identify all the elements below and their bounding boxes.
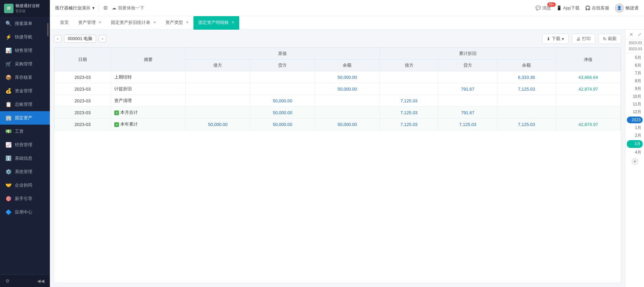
- tab-depreciation-stats-close[interactable]: ✕: [153, 20, 156, 25]
- sidebar-item-inventory[interactable]: 📦 库存核算: [0, 71, 50, 84]
- sidebar-item-enterprise[interactable]: 🤝 企业协同: [0, 179, 50, 192]
- table-cell: 43,666.64: [556, 71, 620, 83]
- sidebar-item-guide[interactable]: 🎯 新手引导: [0, 192, 50, 205]
- timeline-month-10[interactable]: 10月: [625, 93, 644, 100]
- table-cell: [379, 71, 438, 83]
- settings-icon[interactable]: ⚙: [103, 5, 108, 11]
- sidebar-item-quick-nav[interactable]: ⚡ 快捷导航: [0, 30, 50, 44]
- sidebar-item-system[interactable]: ⚙️ 系统管理: [0, 165, 50, 179]
- print-icon: 🖨: [576, 36, 581, 41]
- download-icon: 📱: [556, 5, 562, 10]
- gear-icon: ⚙️: [5, 169, 11, 175]
- table-cell: 7,125.03: [438, 119, 497, 130]
- table-cell: 7,125.03: [379, 95, 438, 107]
- sidebar-item-operations[interactable]: 📈 经营管理: [0, 138, 50, 152]
- table-cell: 2023-03: [55, 107, 111, 119]
- guide-icon: 🎯: [5, 196, 11, 202]
- logo-text-group: 畅捷通好业财 普及版: [16, 3, 40, 13]
- month-label: 2月: [635, 133, 641, 138]
- user-profile[interactable]: 👤 畅捷通: [615, 3, 639, 13]
- timeline-month-9[interactable]: 9月: [625, 85, 644, 93]
- col-dep-balance: 余额: [497, 60, 556, 71]
- sidebar-item-ledger[interactable]: 📋 总账管理: [0, 98, 50, 111]
- avatar: 👤: [615, 3, 624, 13]
- timeline-month-1[interactable]: 1月: [625, 124, 644, 132]
- sidebar-item-salary[interactable]: 💵 工资: [0, 125, 50, 138]
- company-dropdown-icon: ▾: [92, 5, 95, 10]
- tab-asset-detail-close[interactable]: ✕: [232, 20, 235, 25]
- next-asset-btn[interactable]: ›: [99, 35, 106, 42]
- tab-asset-detail[interactable]: 固定资产明细账 ✕: [193, 16, 239, 30]
- timeline-month-7[interactable]: 7月: [625, 69, 644, 77]
- table-cell: 42,874.97: [556, 83, 620, 95]
- asset-code-label: 000001 电脑: [68, 36, 92, 42]
- tab-asset-type[interactable]: 资产类型 ✕: [161, 16, 193, 30]
- sidebar-item-finance[interactable]: 💰 资金管理: [0, 84, 50, 98]
- company-name: 医疗器械行业演示: [55, 5, 90, 11]
- tab-asset-mgmt[interactable]: 资产管理 ✕: [73, 16, 106, 30]
- close-panel-btn[interactable]: ✕: [628, 31, 635, 38]
- settings-bottom-icon[interactable]: ⚙: [5, 278, 10, 284]
- sidebar-item-purchase[interactable]: 🛒 采购管理: [0, 57, 50, 71]
- month-label: 7月: [635, 70, 641, 76]
- sidebar-item-search[interactable]: 🔍 搜索菜单: [0, 17, 50, 30]
- timeline-date-1: 2023.03: [625, 39, 644, 46]
- col-orig-credit: 贷方: [250, 60, 315, 71]
- sidebar-item-fixed-assets[interactable]: 🏢 固定资产: [0, 111, 50, 125]
- table-cell: 791.67: [438, 83, 497, 95]
- company-selector[interactable]: 医疗器械行业演示 ▾: [55, 5, 95, 11]
- expand-panel-btn[interactable]: ⤢: [636, 31, 643, 38]
- month-label: 5月: [635, 55, 641, 61]
- timeline-month-4[interactable]: 4月: [625, 149, 644, 156]
- table-cell: 7,125.03: [379, 119, 438, 130]
- timeline-month-6[interactable]: 6月: [625, 62, 644, 69]
- sidebar-item-label: 库存核算: [15, 74, 32, 81]
- message-btn[interactable]: 💬 消息 99+: [535, 5, 551, 11]
- tab-depreciation-stats[interactable]: 固定资产折旧统计表 ✕: [106, 16, 161, 30]
- sidebar-item-label: 总账管理: [15, 101, 32, 107]
- tab-home-label: 首页: [60, 20, 69, 26]
- tab-home[interactable]: 首页: [55, 16, 73, 30]
- timeline: 2023.03 2023.03 5月 6月 7月 8月 9月 10月 11月 1…: [625, 39, 644, 287]
- info-icon: ℹ️: [5, 155, 11, 161]
- timeline-month-11[interactable]: 11月: [625, 100, 644, 108]
- app-download-btn[interactable]: 📱 App下载: [556, 5, 580, 11]
- timeline-month-2[interactable]: 2月: [625, 132, 644, 139]
- prev-asset-btn[interactable]: ‹: [54, 35, 61, 42]
- tab-asset-type-close[interactable]: ✕: [186, 20, 189, 25]
- month-label: 11月: [633, 101, 641, 107]
- table-cell: [250, 71, 315, 83]
- customer-service-label: 在线客服: [592, 5, 609, 11]
- timeline-month-5[interactable]: 5月: [625, 54, 644, 62]
- timeline-year-badge[interactable]: 2023: [627, 117, 643, 123]
- table-cell: [315, 107, 379, 119]
- month-label: 12月: [633, 109, 641, 115]
- tab-asset-mgmt-close[interactable]: ✕: [98, 20, 101, 25]
- print-btn[interactable]: 🖨 打印: [572, 34, 595, 44]
- col-dep-debit: 借方: [379, 60, 438, 71]
- table-cell-summary: ≡本年累计: [111, 119, 186, 130]
- experience-btn[interactable]: ☁ 我要体验一下: [112, 5, 144, 11]
- col-summary: 摘要: [111, 48, 186, 71]
- table-cell: 6,333.36: [497, 71, 556, 83]
- col-orig-debit: 借方: [185, 60, 250, 71]
- ledger-icon: 📋: [5, 101, 11, 107]
- sidebar-item-label: 企业协同: [15, 182, 32, 188]
- refresh-btn[interactable]: ↻ 刷新: [599, 34, 621, 44]
- sidebar-item-label: 经营管理: [15, 142, 32, 148]
- timeline-month-3-current[interactable]: 3月: [627, 140, 643, 148]
- download-btn[interactable]: ⬇ 下载 ▾: [542, 34, 569, 44]
- sidebar-item-app-center[interactable]: 🔷 应用中心: [0, 205, 50, 219]
- timeline-month-12[interactable]: 12月: [625, 108, 644, 116]
- cart-icon: 🛒: [5, 61, 11, 67]
- timeline-date-2: 2023.03: [625, 46, 644, 52]
- content-main: ‹ 000001 电脑 › ⬇ 下载 ▾ 🖨 打印: [50, 30, 625, 287]
- timeline-month-8[interactable]: 8月: [625, 77, 644, 85]
- collapse-icon[interactable]: ◀◀: [37, 278, 44, 284]
- sidebar-item-sales[interactable]: 📊 销售管理: [0, 44, 50, 57]
- customer-service-btn[interactable]: 🎧 在线客服: [585, 5, 609, 11]
- timeline-down-btn[interactable]: ▾: [631, 158, 639, 165]
- sidebar-item-basic-info[interactable]: ℹ️ 基础信息: [0, 152, 50, 165]
- table-cell: [497, 107, 556, 119]
- data-table: 日期 摘要 原值 累计折旧 净值 借方 贷方 余额 借方 贷方 余额: [54, 47, 621, 130]
